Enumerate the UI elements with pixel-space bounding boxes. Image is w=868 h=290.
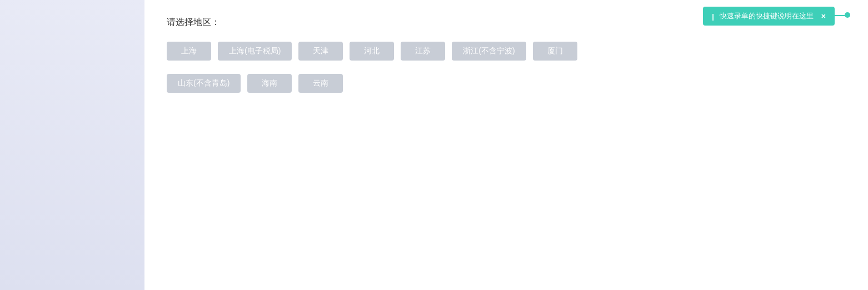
region-btn-tianjin[interactable]: 天津 bbox=[298, 42, 343, 61]
tooltip-connector-line bbox=[828, 15, 845, 16]
region-grid: 上海 上海(电子税局) 天津 河北 江苏 浙江(不含宁波) 厦门 山东(不含青岛… bbox=[167, 42, 846, 93]
tooltip-connector-dot bbox=[845, 12, 850, 18]
region-btn-shandong[interactable]: 山东(不含青岛) bbox=[167, 74, 241, 93]
tooltip-text: 快速录单的快捷键说明在这里 bbox=[720, 11, 814, 21]
region-btn-xiamen[interactable]: 厦门 bbox=[533, 42, 577, 61]
region-btn-hebei[interactable]: 河北 bbox=[350, 42, 394, 61]
left-sidebar bbox=[0, 0, 144, 290]
region-btn-zhejiang[interactable]: 浙江(不含宁波) bbox=[452, 42, 526, 61]
region-btn-jiangsu[interactable]: 江苏 bbox=[401, 42, 445, 61]
region-btn-hainan[interactable]: 海南 bbox=[247, 74, 292, 93]
region-btn-yunnan[interactable]: 云南 bbox=[298, 74, 343, 93]
region-btn-shanghai-etax[interactable]: 上海(电子税局) bbox=[218, 42, 292, 61]
tooltip-close-button[interactable]: × bbox=[821, 12, 826, 21]
region-btn-shanghai[interactable]: 上海 bbox=[167, 42, 211, 61]
tooltip-banner: 快速录单的快捷键说明在这里 × bbox=[703, 7, 835, 26]
main-content: 请选择地区： 上海 上海(电子税局) 天津 河北 江苏 浙江(不含宁波) 厦门 … bbox=[144, 0, 868, 290]
